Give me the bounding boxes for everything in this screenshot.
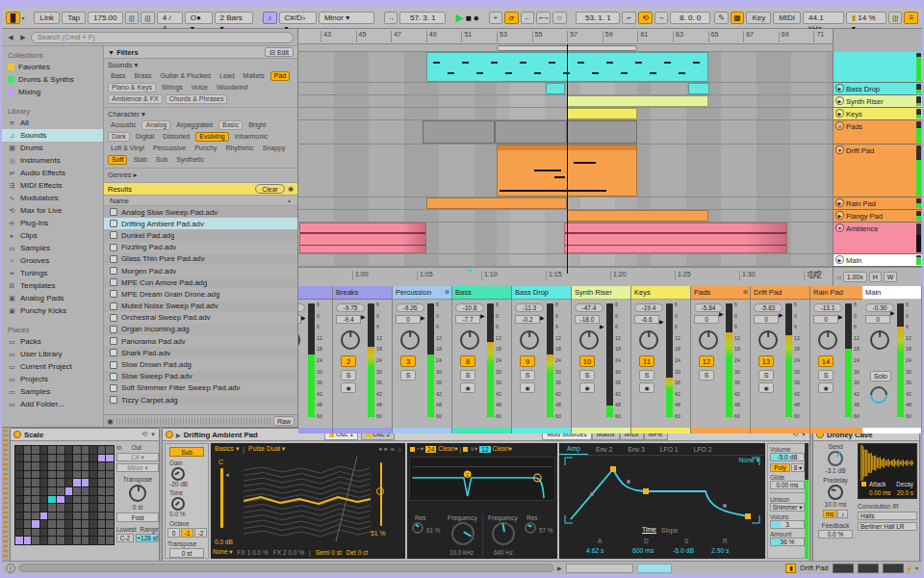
feedback-value[interactable]: 0.0 % xyxy=(818,530,853,539)
track-header-ambience[interactable]: ▼Ambience xyxy=(834,223,922,254)
filter-tag-evolving[interactable]: Evolving xyxy=(195,132,228,142)
freq2-knob[interactable] xyxy=(492,522,515,545)
lowest-value[interactable]: C-2 xyxy=(116,534,134,542)
scale-cell[interactable] xyxy=(65,520,73,528)
scale-cell[interactable] xyxy=(15,496,23,504)
scale-cell[interactable] xyxy=(57,496,64,504)
groove-amount-selector[interactable]: O● ▾ xyxy=(185,12,213,24)
chain-selection[interactable] xyxy=(637,564,672,573)
loop-start-field[interactable]: 53. 1. 1 xyxy=(576,12,620,24)
time-slope-toggle[interactable]: TimeSlope xyxy=(642,526,678,534)
filter1-shape-icon[interactable]: ⌐▾ xyxy=(417,445,424,453)
lane-keys[interactable] xyxy=(298,108,833,120)
scale-cell[interactable] xyxy=(90,455,97,462)
adsr-value[interactable]: -6.0 dB xyxy=(673,547,694,554)
sidebar-item-templates[interactable]: ⊞Templates xyxy=(2,279,103,292)
scale-cell[interactable] xyxy=(98,471,106,479)
lane-ambience[interactable] xyxy=(298,223,833,254)
scale-cell[interactable] xyxy=(65,462,73,470)
range-value[interactable]: +128 st xyxy=(136,534,159,542)
octave--2[interactable]: -2 xyxy=(194,528,207,538)
result-item-13[interactable]: Slow Drown Pad.adg xyxy=(104,358,297,370)
filter2-mode[interactable]: Clean▾ xyxy=(493,445,512,453)
scale-cell[interactable] xyxy=(57,537,64,544)
scale-cell[interactable] xyxy=(48,504,56,512)
scale-cell[interactable] xyxy=(82,455,90,462)
decay-value[interactable]: 20.0 s xyxy=(897,489,913,496)
track-header-pads[interactable]: ⊘Pads xyxy=(834,120,922,144)
scale-cell[interactable] xyxy=(48,496,56,504)
arm-button[interactable]: ◉ xyxy=(460,382,475,393)
env-tab-env-2[interactable]: Env 2 xyxy=(588,444,620,455)
draw-mode-icon[interactable]: ✎ xyxy=(714,12,729,24)
scale-cell[interactable] xyxy=(65,487,73,495)
scale-cell[interactable] xyxy=(57,471,64,479)
scale-cell[interactable] xyxy=(98,537,106,544)
track-activator-button[interactable]: 12 xyxy=(699,355,714,367)
scale-cell[interactable] xyxy=(15,479,23,486)
wave-circle-icon[interactable]: ○ xyxy=(398,446,401,453)
filter-tag-synthetic[interactable]: Synthetic xyxy=(173,155,207,165)
chain-expand-icon[interactable]: ▶ xyxy=(557,565,562,571)
scale-cell[interactable] xyxy=(73,455,81,462)
genres-filter-title[interactable]: Genres ▸ xyxy=(104,169,297,183)
scale-cell[interactable] xyxy=(57,462,64,470)
track-fold-icon[interactable]: ▼ xyxy=(835,145,844,154)
options-chevron-icon[interactable]: ▾ xyxy=(22,14,25,21)
scale-cell[interactable] xyxy=(32,471,39,479)
scale-cell[interactable] xyxy=(48,512,56,520)
mixer-track-name[interactable]: Breaks xyxy=(333,286,392,300)
scale-cell[interactable] xyxy=(106,479,114,486)
wave-list-icon[interactable]: ≡ xyxy=(391,446,395,453)
scale-cell[interactable] xyxy=(106,462,114,470)
predelay-knob[interactable] xyxy=(828,485,843,500)
place-item-4[interactable]: ▭Samples xyxy=(2,385,103,398)
sidebar-item-instruments[interactable]: ◎Instruments xyxy=(2,154,103,167)
env-tab-env-3[interactable]: Env 3 xyxy=(620,444,652,455)
save-search-icon[interactable]: ◉ xyxy=(288,185,294,193)
browser-back-icon[interactable]: ◀ xyxy=(6,34,15,41)
scale-cell[interactable] xyxy=(98,455,106,462)
sidebar-item-max-for-live[interactable]: ⟲Max for Live xyxy=(2,204,103,217)
scale-cell[interactable] xyxy=(82,512,90,520)
scale-cell[interactable] xyxy=(24,529,32,537)
solo-button[interactable]: S xyxy=(699,370,714,381)
wavetable-display[interactable] xyxy=(244,457,371,541)
scale-cell[interactable] xyxy=(98,504,106,512)
filter-tag-piano-keys[interactable]: Piano & Keys xyxy=(108,83,156,92)
place-item-3[interactable]: ▭Projects xyxy=(2,373,103,385)
device-thumb-1[interactable] xyxy=(833,564,854,573)
scale-cell[interactable] xyxy=(15,529,23,537)
follow-icon[interactable]: → xyxy=(384,12,398,24)
sidebar-item-plug-ins[interactable]: ⎆Plug-Ins xyxy=(2,217,103,229)
volume-field[interactable]: -7.7 xyxy=(455,315,480,324)
clip-Pads-2[interactable] xyxy=(567,120,637,144)
glide-value[interactable]: 0.00 ms xyxy=(770,481,805,489)
options-menu-icon[interactable]: ▐▌ xyxy=(6,12,20,24)
scale-cell[interactable] xyxy=(90,537,97,544)
result-item-3[interactable]: Fizzling Pad.adv xyxy=(104,242,297,253)
scale-cell[interactable] xyxy=(40,487,48,495)
sub-button[interactable]: Sub xyxy=(169,447,204,457)
mixer-track-name[interactable]: Pads⊘ xyxy=(691,286,750,300)
tone-knob[interactable] xyxy=(171,497,185,511)
collection-item-1[interactable]: Drums & Synths xyxy=(2,73,103,86)
env-tab-amp[interactable]: Amp xyxy=(559,443,588,455)
sub-transpose-value[interactable]: 0 st xyxy=(169,548,204,558)
scale-cell[interactable] xyxy=(98,446,106,454)
result-item-4[interactable]: Glass Thin Pure Pad.adv xyxy=(104,253,297,265)
scale-cell[interactable] xyxy=(65,504,73,512)
filter-tag-snappy[interactable]: Snappy xyxy=(260,144,289,153)
result-item-6[interactable]: MPE Con Amore Pad.adg xyxy=(104,276,297,288)
arrangement-lanes[interactable] xyxy=(298,52,833,267)
clip-Bass Drop-1[interactable] xyxy=(688,83,709,94)
sidebar-item-midi-effects[interactable]: ⇶MIDI Effects xyxy=(2,179,103,192)
osc-category-select[interactable]: Basics ▾ xyxy=(215,445,239,453)
scale-cell[interactable] xyxy=(32,462,39,470)
track-activator-button[interactable]: 10 xyxy=(579,355,595,367)
filter-tag-ambience-fx[interactable]: Ambience & FX xyxy=(108,94,163,104)
scale-cell[interactable] xyxy=(57,529,64,537)
env-tab-lfo-1[interactable]: LFO 1 xyxy=(653,444,686,455)
loop-button[interactable]: ⟲ xyxy=(638,12,653,24)
peak-level-button[interactable]: -9.75 xyxy=(336,303,365,312)
